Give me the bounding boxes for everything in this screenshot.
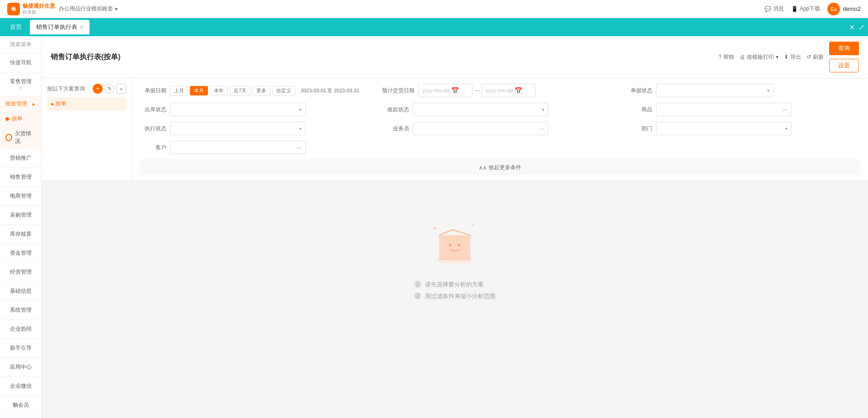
print-label: 按模板打印 xyxy=(747,53,774,61)
doc-status-select[interactable]: ▾ xyxy=(656,84,774,97)
date-tag-last-month[interactable]: 上月 xyxy=(170,86,188,95)
industry-label: 办公用品行业模拟账套 xyxy=(59,5,113,13)
sidebar-item-wholesale[interactable]: 批发管理 ▲ xyxy=(0,96,41,111)
query-actions: 查询 设置 xyxy=(829,42,859,72)
sidebar-search-menu[interactable]: 搜索菜单 xyxy=(0,36,41,53)
sidebar-item-finance[interactable]: 资金管理 xyxy=(0,244,41,263)
exec-status-select[interactable]: ▾ xyxy=(170,122,306,135)
refresh-btn[interactable]: ↺ 刷新 xyxy=(807,53,824,61)
refresh-icon: ↺ xyxy=(807,54,811,60)
tab-close-window-btn[interactable]: ✕ xyxy=(849,23,855,32)
customer-field: 客户 ··· xyxy=(139,141,306,154)
top-bar-right: 💬 消息 📱 App下载 Ea demo2 xyxy=(764,3,861,15)
empty-illustration: ✦ ✦ ✦ xyxy=(428,217,482,271)
sidebar-item-purchase[interactable]: 采购管理 xyxy=(0,206,41,225)
salesperson-more-icon[interactable]: ··· xyxy=(539,125,545,132)
sidebar-item-ecommerce[interactable]: 电商管理 xyxy=(0,187,41,206)
print-btn[interactable]: 🖨 按模板打印 ▾ xyxy=(740,53,778,61)
sidebar-item-basic[interactable]: 基础信息 xyxy=(0,282,41,301)
date-start-input[interactable]: yyyy-mm-dd 📅 xyxy=(418,84,472,97)
product-input[interactable]: ··· xyxy=(656,103,792,116)
quick-nav-label: 快捷导航 xyxy=(10,59,32,66)
collapse-scheme-btn[interactable]: « xyxy=(116,84,126,94)
industry-selector[interactable]: 办公用品行业模拟账套 ▾ xyxy=(59,5,118,13)
svg-text:✦: ✦ xyxy=(466,246,469,250)
date-start-placeholder: yyyy-mm-dd xyxy=(422,88,449,93)
outbound-status-select[interactable]: ▾ xyxy=(170,103,306,116)
retail-label: 零售管理 xyxy=(10,78,32,86)
filter-row-4: 客户 ··· xyxy=(139,141,861,154)
sidebar-item-sales-mgmt[interactable]: 销售管理 xyxy=(0,168,41,187)
calendar-end-icon: 📅 xyxy=(514,87,522,94)
help-btn[interactable]: ? 帮助 xyxy=(718,53,734,61)
salesperson-input[interactable]: ··· xyxy=(413,122,548,135)
top-bar-left: 畅 畅捷通好生意 标准版 办公用品行业模拟账套 ▾ xyxy=(7,3,118,15)
newbie-label: 新手引导 xyxy=(10,345,32,351)
tab-close-btn[interactable]: × xyxy=(80,24,83,30)
dept-select[interactable]: ▾ xyxy=(656,122,792,135)
wholesale-label: 批发管理 xyxy=(5,100,27,108)
user-menu[interactable]: Ea demo2 xyxy=(827,3,861,15)
sidebar-item-marketing[interactable]: 营销推广 xyxy=(0,149,41,168)
tip-num-2: 2 xyxy=(414,292,421,299)
svg-text:✦: ✦ xyxy=(471,222,474,227)
date-tag-7days[interactable]: 近7天 xyxy=(230,86,250,95)
sidebar-quick-nav[interactable]: 快捷导航 xyxy=(0,53,41,72)
page-header: 销售订单执行表(按单) ? 帮助 🖨 按模板打印 ▾ ⬇ 导出 ↺ 刷新 xyxy=(42,36,868,78)
tab-home[interactable]: 首页 xyxy=(4,20,28,34)
customer-more-icon[interactable]: ··· xyxy=(296,144,302,151)
svg-point-7 xyxy=(458,244,461,247)
product-more-icon[interactable]: ··· xyxy=(782,106,788,113)
basic-label: 基础信息 xyxy=(10,288,32,294)
export-btn[interactable]: ⬇ 导出 xyxy=(784,53,801,61)
settings-btn[interactable]: 设置 xyxy=(829,59,859,72)
doc-status-dropdown-icon: ▾ xyxy=(767,88,769,93)
collapse-arrow-icon: ∧∧ xyxy=(479,165,487,171)
tab-sales-order-exec[interactable]: 销售订单执行表 × xyxy=(30,20,90,34)
edit-scheme-btn[interactable]: ✎ xyxy=(104,84,114,94)
add-scheme-btn[interactable]: + xyxy=(93,84,103,94)
sidebar-sub-order[interactable]: 按单 xyxy=(0,111,41,126)
sidebar-item-vip[interactable]: 畅会员 xyxy=(0,396,41,415)
order-active-dot xyxy=(5,117,9,121)
sidebar-item-operations[interactable]: 经营管理 xyxy=(0,263,41,282)
doc-status-label: 单据状态 xyxy=(625,87,652,95)
print-icon: 🖨 xyxy=(740,54,745,60)
sidebar-item-wechat[interactable]: 企业微信 xyxy=(0,377,41,396)
sidebar-item-retail[interactable]: 零售管理 ▼ xyxy=(0,72,41,96)
date-tag-more[interactable]: 更多 xyxy=(252,86,270,95)
sidebar-item-system[interactable]: 系统管理 xyxy=(0,301,41,320)
outbound-dropdown-icon: ▾ xyxy=(299,107,302,112)
svg-text:✦: ✦ xyxy=(432,225,438,232)
doc-status-field: 单据状态 ▾ xyxy=(625,84,861,97)
wechat-label: 企业微信 xyxy=(10,383,32,389)
system-label: 系统管理 xyxy=(10,307,32,313)
receipt-status-select[interactable]: ▾ xyxy=(413,103,548,116)
query-btn[interactable]: 查询 xyxy=(829,42,859,55)
tip-num-1: 1 xyxy=(414,280,421,288)
logo-text: 畅捷通好生意 xyxy=(23,3,55,9)
sidebar-item-appstore[interactable]: 应用中心 xyxy=(0,358,41,377)
customer-input[interactable]: ··· xyxy=(170,141,306,154)
sidebar-item-inventory[interactable]: 库存核算 xyxy=(0,225,41,244)
scheme-item-by-order[interactable]: ● 按单 xyxy=(47,97,126,110)
date-range-inputs: yyyy-mm-dd 📅 — yyyy-mm-dd 📅 xyxy=(418,84,536,97)
sidebar-sub-owe[interactable]: ○ 欠货情况 xyxy=(0,126,41,149)
collapse-more-bar[interactable]: ∧∧ 收起更多条件 xyxy=(139,160,861,175)
date-tag-custom[interactable]: 自定义 xyxy=(272,86,295,95)
tab-maximize-btn[interactable]: ⤢ xyxy=(859,23,864,32)
sidebar-item-newbie[interactable]: 新手引导 xyxy=(0,339,41,358)
message-btn[interactable]: 💬 消息 xyxy=(764,5,784,13)
product-field: 商品 ··· xyxy=(625,103,861,116)
date-end-input[interactable]: yyyy-mm-dd 📅 xyxy=(481,84,536,97)
scheme-section-label: 按以下方案查询 xyxy=(47,85,85,93)
print-dropdown-icon: ▾ xyxy=(776,54,778,60)
customer-label: 客户 xyxy=(139,144,166,152)
doc-date-label: 单据日期 xyxy=(139,87,166,95)
sidebar-item-collab[interactable]: 企业协同 xyxy=(0,320,41,339)
date-tag-this-year[interactable]: 本年 xyxy=(210,86,228,95)
date-tag-this-month[interactable]: 本月 xyxy=(190,86,208,95)
scheme-active-icon: ● xyxy=(51,101,54,107)
operations-label: 经营管理 xyxy=(10,269,32,275)
app-download-btn[interactable]: 📱 App下载 xyxy=(791,5,820,13)
